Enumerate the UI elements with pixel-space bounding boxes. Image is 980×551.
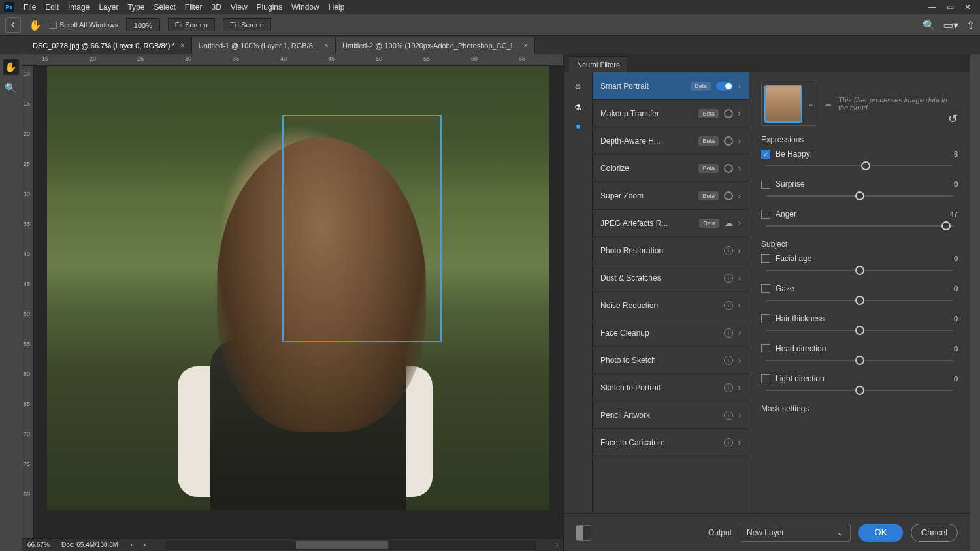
mask-icon[interactable] (576, 525, 591, 541)
slider-checkbox[interactable] (761, 210, 770, 219)
menu-help[interactable]: Help (329, 3, 345, 12)
close-tab-icon[interactable]: × (523, 41, 528, 50)
menu-filter[interactable]: Filter (185, 3, 203, 12)
slider-checkbox[interactable] (761, 374, 770, 383)
radio[interactable] (724, 191, 733, 200)
slider-checkbox[interactable] (761, 314, 770, 323)
radio[interactable] (724, 136, 733, 146)
document-tab[interactable]: Untitled-1 @ 100% (Layer 1, RGB/8...× (192, 37, 336, 54)
info-icon[interactable]: i (724, 411, 733, 420)
info-icon[interactable]: i (724, 438, 733, 447)
slider[interactable] (761, 386, 958, 395)
slider-checkbox[interactable] (761, 150, 770, 159)
cloud-download-icon[interactable]: ☁ (725, 218, 733, 228)
scroll-right-icon[interactable]: › (556, 541, 558, 548)
toggle[interactable] (716, 82, 733, 91)
output-select[interactable]: New Layer⌄ (740, 524, 851, 542)
scroll-all-windows[interactable]: Scroll All Windows (50, 21, 118, 29)
zoom-input[interactable]: 100% (126, 18, 160, 31)
close-tab-icon[interactable]: × (180, 41, 185, 50)
info-icon[interactable]: i (724, 301, 733, 310)
zoom-tool[interactable]: 🔍 (3, 80, 19, 96)
menu-window[interactable]: Window (291, 3, 319, 12)
sliders-icon[interactable]: ⚙ (572, 80, 585, 93)
filter-row[interactable]: Dust & Scratchesi› (593, 264, 749, 292)
filter-row[interactable]: Depth-Aware H...Beta› (593, 127, 749, 155)
menu-select[interactable]: Select (154, 3, 175, 12)
menu-view[interactable]: View (231, 3, 248, 12)
slider[interactable] (761, 266, 958, 275)
menu-image[interactable]: Image (68, 3, 90, 12)
fill-screen-button[interactable]: Fill Screen (223, 18, 271, 31)
slider-label: Facial age (776, 254, 949, 263)
filter-row[interactable]: ColorizeBeta› (593, 155, 749, 182)
workspace-icon[interactable]: ▭▾ (943, 19, 958, 31)
slider[interactable] (761, 296, 958, 305)
filter-row[interactable]: Noise Reductioni› (593, 292, 749, 319)
slider-label: Anger (776, 210, 945, 219)
document-tab[interactable]: Untitled-2 @ 100% (1920px-Adobe_Photosho… (336, 37, 535, 54)
section-title: Subject (761, 240, 958, 249)
filter-row[interactable]: Face Cleanupi› (593, 319, 749, 347)
hand-tool-icon[interactable]: ✋ (29, 19, 42, 31)
menu-plugins[interactable]: Plugins (257, 3, 282, 12)
filter-row[interactable]: Sketch to Portraiti› (593, 374, 749, 401)
slider-checkbox[interactable] (761, 344, 770, 353)
chevron-down-icon[interactable]: ⌄ (808, 99, 814, 108)
chevron-right-icon: › (738, 136, 741, 146)
close-tab-icon[interactable]: × (324, 41, 329, 50)
info-icon[interactable]: i (724, 356, 733, 365)
face-detection-box (282, 115, 442, 342)
menu-type[interactable]: Type (127, 3, 144, 12)
filter-row[interactable]: JPEG Artefacts R...Beta☁› (593, 210, 749, 237)
scroll-left-icon[interactable]: ‹ (144, 541, 146, 548)
canvas[interactable] (34, 66, 563, 538)
slider[interactable] (761, 326, 958, 335)
chevron-right-icon: › (738, 219, 741, 228)
ok-button[interactable]: OK (858, 524, 903, 542)
h-scrollbar[interactable] (166, 541, 536, 550)
filter-row[interactable]: Pencil Artworki› (593, 401, 749, 429)
document-tab[interactable]: DSC_0278.jpg @ 66.7% (Layer 0, RGB/8*) *… (26, 37, 192, 54)
fit-screen-button[interactable]: Fit Screen (168, 18, 215, 31)
slider-checkbox[interactable] (761, 180, 770, 189)
close-icon[interactable]: ✕ (964, 3, 971, 12)
filter-row[interactable]: Smart PortraitBeta› (593, 72, 749, 100)
right-panel-strip[interactable] (970, 54, 980, 551)
face-thumbnail[interactable] (764, 85, 802, 123)
chevron-right-icon[interactable]: › (130, 541, 132, 548)
minimize-icon[interactable]: — (928, 3, 936, 12)
ruler-horizontal: 1520253035404550556065 (22, 54, 563, 66)
back-button[interactable] (5, 17, 21, 33)
info-icon[interactable]: i (724, 328, 733, 338)
slider-checkbox[interactable] (761, 254, 770, 263)
info-icon[interactable]: i (724, 246, 733, 255)
menu-file[interactable]: File (24, 3, 36, 12)
slider-checkbox[interactable] (761, 284, 770, 293)
search-icon[interactable]: 🔍 (923, 19, 936, 31)
filter-row[interactable]: Photo Restorationi› (593, 237, 749, 264)
flask-icon[interactable]: ⚗ (572, 101, 585, 114)
slider[interactable] (761, 191, 958, 200)
filter-row[interactable]: Face to Caricaturei› (593, 429, 749, 456)
hand-tool[interactable]: ✋ (3, 59, 19, 75)
menu-3d[interactable]: 3D (211, 3, 221, 12)
cancel-button[interactable]: Cancel (911, 524, 958, 542)
tools-panel: ✋ 🔍 (0, 54, 22, 551)
radio[interactable] (724, 109, 733, 118)
ruler-vertical: 101520253035404550556065707580 (22, 66, 34, 538)
share-icon[interactable]: ⇧ (966, 19, 975, 31)
radio[interactable] (724, 164, 733, 173)
reset-icon[interactable]: ↺ (948, 112, 958, 126)
menu-layer[interactable]: Layer (99, 3, 118, 12)
filter-row[interactable]: Photo to Sketchi› (593, 347, 749, 374)
filter-row[interactable]: Super ZoomBeta› (593, 182, 749, 210)
info-icon[interactable]: i (724, 383, 733, 392)
filter-row[interactable]: Makeup TransferBeta› (593, 100, 749, 127)
slider[interactable] (761, 221, 958, 230)
maximize-icon[interactable]: ▭ (947, 3, 954, 12)
slider[interactable] (761, 356, 958, 365)
info-icon[interactable]: i (724, 274, 733, 283)
menu-edit[interactable]: Edit (45, 3, 59, 12)
slider[interactable] (761, 161, 958, 170)
